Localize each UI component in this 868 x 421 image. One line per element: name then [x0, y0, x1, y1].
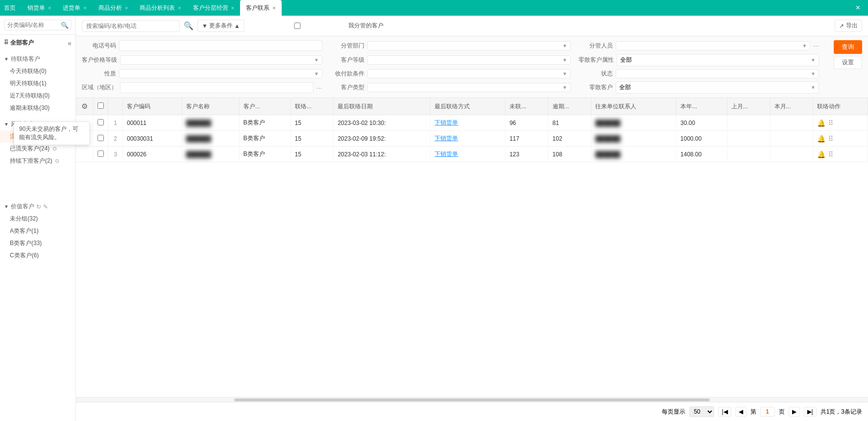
sidebar-item-a-class[interactable]: A类客户(1) [0, 225, 75, 237]
horizontal-scrollbar[interactable] [76, 397, 868, 402]
row-type-2: B类客户 [239, 147, 290, 162]
row-last-method-0[interactable]: 下销货单 [431, 115, 506, 131]
more-icon-1[interactable]: ⠿ [828, 135, 833, 143]
manager-more-icon[interactable]: ··· [813, 42, 819, 50]
row-action-1: 🔔 ⠿ [813, 131, 868, 147]
filter-nature-select[interactable]: ▼ [119, 69, 322, 78]
caret-icon: ▲ [234, 23, 240, 29]
tab-purchase-order[interactable]: 进货单 × [57, 0, 92, 16]
churn-warning-tooltip: 90天未交易的客户，可能有流失风险。 [14, 122, 76, 145]
sidebar-item-b-class[interactable]: B类客户(33) [0, 237, 75, 249]
sidebar-all-customers[interactable]: ⠿全部客户 « [0, 35, 75, 51]
row-checkbox-0[interactable] [97, 119, 104, 125]
close-tab-sales[interactable]: × [48, 5, 51, 11]
filter-scatter-attr-select[interactable]: 全部 ▼ [617, 54, 819, 66]
tab-home[interactable]: 首页 [4, 0, 22, 16]
sidebar-section-title-value[interactable]: ▼ 价值客户 ↻ ✎ [0, 200, 75, 213]
close-window-button[interactable]: × [852, 3, 864, 12]
first-page-button[interactable]: |◀ [718, 407, 731, 417]
per-page-select[interactable]: 50100 [689, 406, 714, 417]
table-row: 3 000026 ██████ B类客户 15 2023-02-03 11:12… [76, 147, 868, 162]
settings-button[interactable]: 设置 [834, 56, 862, 69]
sidebar-item-ungrouped[interactable]: 未分组(32) [0, 213, 75, 225]
prev-page-button[interactable]: ◀ [735, 407, 747, 417]
tab-product-analysis-list[interactable]: 商品分析列表 × [134, 0, 187, 16]
sidebar: 🔍 ⠿全部客户 « ▼ 待联络客户 今天待联络(0) 明天待联络(1) 近7天待… [0, 16, 76, 421]
export-button[interactable]: ↗ 导出 [835, 20, 862, 32]
filter-region: 区域（地区） ··· [82, 81, 322, 94]
filter-phone-input[interactable] [119, 40, 322, 51]
row-checkbox-cell [94, 115, 108, 131]
search-input[interactable] [82, 20, 180, 32]
filter-customer-tier-select[interactable]: ▼ [367, 55, 571, 65]
sidebar-section-title-pending[interactable]: ▼ 待联络客户 [0, 53, 75, 65]
edit-icon[interactable]: ✎ [43, 203, 48, 210]
search-button[interactable]: 🔍 [184, 21, 193, 30]
region-more-icon[interactable]: ··· [316, 84, 322, 92]
close-tab-analysis-list[interactable]: × [178, 5, 181, 11]
row-this-year-2: 1408.00 [676, 147, 727, 162]
name-col-header: 客户名称 [182, 98, 239, 115]
refresh-icon[interactable]: ↻ [36, 203, 41, 210]
filter-nature: 性质 ▼ [82, 69, 322, 78]
row-this-month-1 [770, 131, 813, 147]
contact-icon-0[interactable]: 🔔 [817, 119, 825, 127]
tab-customer-layer[interactable]: 客户分层经营 × [187, 0, 240, 16]
contact-person-col-header: 往来单位联系人 [591, 98, 676, 115]
filter-dept-select[interactable]: ▼ [367, 41, 571, 50]
row-settings [76, 147, 94, 162]
more-icon-0[interactable]: ⠿ [828, 119, 833, 127]
filter-status: 状态 ▼ [579, 69, 819, 78]
close-tab-contact[interactable]: × [272, 5, 275, 11]
tab-sales-order[interactable]: 销货单 × [22, 0, 57, 16]
row-type-1: B类客户 [239, 131, 290, 147]
row-checkbox-2[interactable] [97, 150, 104, 157]
sidebar-item-7days[interactable]: 近7天待联络(0) [0, 90, 75, 102]
query-btn-area: 查询 设置 [834, 40, 862, 69]
toolbar: 🔍 ▼ 更多条件 ▲ 我分管的客户 ↗ 导出 [76, 16, 868, 36]
row-type-0: B类客户 [239, 115, 290, 131]
filter-phone: 电话号码 [82, 40, 322, 51]
sidebar-collapse-btn[interactable]: « [68, 39, 72, 47]
row-checkbox-1[interactable] [97, 135, 104, 141]
sidebar-item-c-class[interactable]: C类客户(6) [0, 249, 75, 262]
filter-manager-select[interactable]: ▼ [616, 41, 810, 50]
close-tab-layer[interactable]: × [231, 5, 234, 11]
more-icon-2[interactable]: ⠿ [828, 150, 833, 158]
filter-region-input[interactable] [120, 82, 313, 93]
last-date-col-header: 最后联络日期 [334, 98, 431, 115]
total-records-label: 共1页，3条记录 [820, 408, 862, 416]
filter-dept-label: 分管部门 [330, 42, 364, 50]
table-settings-icon[interactable]: ⚙ [80, 100, 89, 112]
filter-status-select[interactable]: ▼ [616, 69, 819, 78]
filter-region-label: 区域（地区） [82, 83, 117, 92]
sidebar-item-declining[interactable]: 持续下滑客户(2) ⊙ [0, 155, 75, 167]
nature-caret-icon: ▼ [314, 71, 319, 76]
filter-scatter-select[interactable]: 全部 ▼ [616, 81, 819, 94]
my-customers-checkbox[interactable] [248, 23, 346, 29]
sidebar-item-today[interactable]: 今天待联络(0) [0, 65, 75, 77]
filter-payment-select[interactable]: ▼ [367, 69, 571, 78]
close-tab-purchase[interactable]: × [83, 5, 86, 11]
close-tab-analysis[interactable]: × [125, 5, 128, 11]
last-page-button[interactable]: ▶| [804, 407, 817, 417]
table-row: 1 000011 ██████ B类客户 15 2023-03-02 10:30… [76, 115, 868, 131]
next-page-button[interactable]: ▶ [789, 407, 800, 417]
contact-icon-1[interactable]: 🔔 [817, 135, 825, 143]
filter-price-tier: 客户价格等级 ▼ [82, 54, 322, 66]
row-name-2: ██████ [182, 147, 239, 162]
contact-icon-2[interactable]: 🔔 [817, 150, 825, 158]
filter-icon: ▼ [202, 23, 208, 29]
more-conditions-button[interactable]: ▼ 更多条件 ▲ [197, 20, 244, 32]
tab-product-analysis[interactable]: 商品分析 × [93, 0, 134, 16]
filter-customer-type-select[interactable]: ▼ [367, 83, 571, 92]
filter-price-tier-select[interactable]: ▼ [120, 55, 322, 65]
row-last-method-2[interactable]: 下销货单 [431, 147, 506, 162]
sidebar-item-tomorrow[interactable]: 明天待联络(1) [0, 77, 75, 90]
select-all-checkbox[interactable] [97, 102, 104, 109]
tab-customer-contact[interactable]: 客户联系 × [240, 0, 281, 16]
row-last-method-1[interactable]: 下销货单 [431, 131, 506, 147]
filter-manager-label: 分管人员 [579, 42, 613, 50]
sidebar-item-overdue[interactable]: 逾期未联络(30) [0, 102, 75, 114]
query-button[interactable]: 查询 [834, 40, 862, 54]
